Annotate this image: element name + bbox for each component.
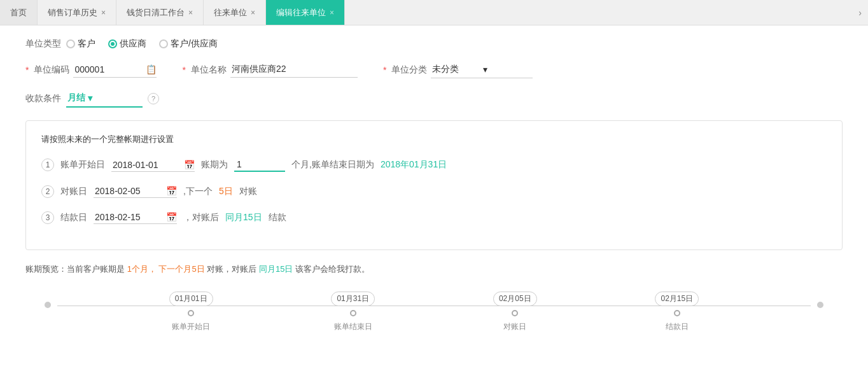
timeline: 01月01日 账单开始日 01月31日 账单结束日 02月05日 对账日 02月… [25,292,843,332]
period-section: 请按照未来的一个完整帐期进行设置 1 账单开始日 📅 账期为 个月,账单结束日期… [25,120,843,250]
timeline-node-2-label: 账单结束日 [334,321,372,332]
preview-prefix: 账期预览：当前客户账期是 [25,264,125,274]
tab-home-label: 首页 [10,7,27,18]
radio-customer[interactable]: 客户 [66,38,95,50]
tab-sales-history-close[interactable]: × [101,8,106,17]
step-1-end-date: 2018年01月31日 [381,159,447,171]
code-name-category-row: * 单位编码 📋 * 单位名称 * 单位分类 未分类 ▾ [25,61,843,78]
tab-cashier[interactable]: 钱货日清工作台 × [116,0,204,25]
timeline-node-4-badge: 02月15日 [655,292,699,306]
copy-icon[interactable]: 📋 [146,64,157,74]
timeline-node-4: 02月15日 结款日 [655,292,699,332]
timeline-node-3: 02月05日 对账日 [493,292,537,332]
tab-sales-history[interactable]: 销售订单历史 × [38,0,116,25]
radio-cs-circle [159,39,168,48]
step-3-date-field[interactable]: 📅 [94,211,177,224]
step-3-suffix-after: 结款 [269,212,286,223]
step-1-date-input[interactable] [111,158,181,171]
step-2-highlight: 5日 [219,186,233,197]
chevron-right-icon: › [858,8,862,18]
unit-type-radio-group: 客户 供应商 客户/供应商 [66,38,218,50]
unit-category-select[interactable]: 未分类 ▾ [431,61,533,78]
step-1-calendar-icon[interactable]: 📅 [184,160,195,170]
tab-partners-close[interactable]: × [251,8,255,17]
tab-edit-partner-close[interactable]: × [330,8,334,17]
tab-home[interactable]: 首页 [0,0,38,25]
preview-part2: 下一个月5日 [158,264,204,274]
step-1-label: 账单开始日 [60,159,105,171]
timeline-node-2-badge: 01月31日 [331,292,375,306]
tab-edit-partner-label: 编辑往来单位 [276,7,326,18]
unit-name-required: * [182,65,185,75]
payment-cond-select[interactable]: 月结 ▾ [66,90,143,108]
tab-partners[interactable]: 往来单位 × [204,0,266,25]
timeline-start-dot [45,302,51,308]
help-icon[interactable]: ? [148,93,159,104]
category-dropdown-arrow: ▾ [483,64,531,74]
main-content: 单位类型 客户 供应商 客户/供应商 * 单位编码 📋 [0,25,868,387]
step-2-date-field[interactable]: 📅 [94,185,177,198]
preview-part3: 对账，对账后 [207,264,256,274]
step-2-label: 对账日 [60,186,87,197]
radio-customer-supplier[interactable]: 客户/供应商 [159,38,218,50]
timeline-node-3-badge: 02月05日 [493,292,537,306]
tab-sales-history-label: 销售订单历史 [48,7,97,18]
radio-supplier[interactable]: 供应商 [108,38,146,50]
step-3-row: 3 结款日 📅 ，对账后 同月15日 结款 [41,211,827,224]
tab-cashier-label: 钱货日清工作台 [127,7,185,18]
tabs-overflow-button[interactable]: › [852,0,868,25]
step-1-period-input[interactable] [234,158,285,172]
tabs-bar: 首页 销售订单历史 × 钱货日清工作台 × 往来单位 × 编辑往来单位 × › [0,0,868,25]
unit-name-label: 单位名称 [191,64,227,76]
unit-code-label: 单位编码 [34,64,69,76]
step-2-date-input[interactable] [94,185,164,197]
timeline-node-2: 01月31日 账单结束日 [331,292,375,332]
tab-cashier-close[interactable]: × [188,8,193,17]
unit-code-input[interactable] [73,62,143,77]
timeline-node-3-label: 对账日 [503,321,526,332]
preview-section: 账期预览：当前客户账期是 1个月， 下一个月5日 对账，对账后 同月15日 该客… [25,263,843,276]
step-1-row: 1 账单开始日 📅 账期为 个月,账单结束日期为 2018年01月31日 [41,158,827,172]
payment-cond-row: 收款条件 月结 ▾ ? [25,90,843,108]
step-3-highlight: 同月15日 [225,212,262,223]
step-2-num: 2 [41,185,54,198]
timeline-node-4-label: 结款日 [666,321,689,332]
unit-type-row: 单位类型 客户 供应商 客户/供应商 [25,38,843,50]
unit-code-field[interactable]: 📋 [73,62,157,78]
step-1-date-field[interactable]: 📅 [111,158,195,172]
step-1-period-label: 账期为 [201,159,228,171]
timeline-node-1-badge: 01月01日 [169,292,213,306]
unit-code-required: * [25,65,29,75]
preview-part4: 同月15日 [259,264,293,274]
step-3-label: 结款日 [60,212,87,223]
preview-part1: 1个月， [127,264,157,274]
payment-cond-label: 收款条件 [25,93,61,104]
timeline-end-dot [817,302,823,308]
radio-cs-label: 客户/供应商 [171,38,218,50]
step-3-num: 3 [41,211,54,224]
radio-customer-circle [66,39,75,48]
step-2-calendar-icon[interactable]: 📅 [166,186,177,196]
radio-supplier-label: 供应商 [120,38,146,50]
unit-category-label: 单位分类 [391,64,427,76]
step-3-date-input[interactable] [94,211,164,223]
tab-partners-label: 往来单位 [214,7,247,18]
payment-cond-value: 月结 [67,92,85,104]
unit-name-input[interactable] [230,62,358,78]
unit-cat-required: * [383,65,386,75]
radio-customer-label: 客户 [78,38,95,50]
unit-type-label: 单位类型 [25,38,61,50]
step-2-row: 2 对账日 📅 ,下一个 5日 对账 [41,185,827,198]
preview-suffix: 该客户会给我打款。 [295,264,370,274]
radio-supplier-circle [108,39,117,48]
step-3-calendar-icon[interactable]: 📅 [166,212,177,222]
step-2-suffix-before: ,下一个 [183,186,213,197]
step-3-suffix-before: ，对账后 [183,212,219,223]
timeline-node-1: 01月01日 账单开始日 [169,292,213,332]
timeline-node-1-label: 账单开始日 [172,321,210,332]
step-1-period-unit: 个月,账单结束日期为 [291,159,374,171]
step-2-suffix-after: 对账 [239,186,257,197]
unit-category-value: 未分类 [432,64,480,75]
section-title: 请按照未来的一个完整帐期进行设置 [41,134,827,145]
tab-edit-partner[interactable]: 编辑往来单位 × [266,0,345,25]
